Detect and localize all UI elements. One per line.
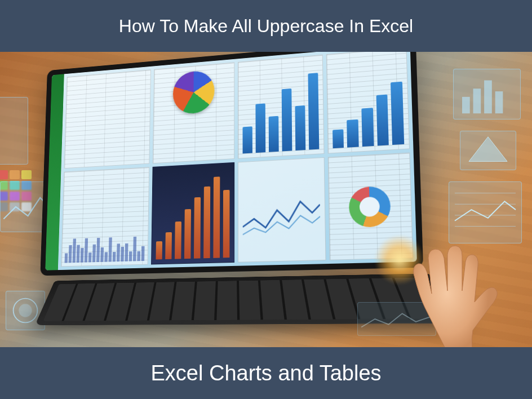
column-chart-pane	[326, 52, 410, 154]
donut-chart-icon	[348, 185, 391, 228]
spreadsheet-pane	[64, 69, 151, 169]
svg-rect-5	[495, 91, 503, 113]
hologram-panel	[357, 302, 436, 336]
svg-marker-6	[469, 137, 507, 162]
footer-title: Excel Charts and Tables	[150, 361, 381, 385]
laptop-screen	[45, 52, 417, 271]
bar-chart-pane	[238, 55, 325, 159]
light-glow	[374, 234, 425, 285]
hologram-panel	[453, 69, 521, 119]
sparkline-pane	[61, 167, 149, 267]
sparkline-icon	[65, 228, 145, 263]
hero-illustration	[0, 52, 532, 347]
hologram-panel	[449, 181, 522, 243]
svg-rect-2	[462, 97, 470, 113]
laptop-screen-frame	[40, 52, 423, 276]
page-title: How To Make All Uppercase In Excel	[119, 16, 413, 37]
line-chart-pane	[238, 157, 326, 263]
hologram-panel	[460, 131, 516, 170]
pie-chart-pane	[152, 62, 234, 163]
svg-point-1	[19, 304, 32, 317]
svg-rect-4	[484, 81, 492, 114]
line-chart-icon	[242, 162, 321, 257]
dark-bar-chart-pane	[151, 162, 234, 265]
dashboard-panes	[58, 52, 417, 270]
pie-chart-icon	[172, 70, 214, 115]
hologram-panel	[0, 97, 28, 165]
bottom-banner: Excel Charts and Tables	[0, 347, 532, 399]
svg-rect-3	[473, 88, 481, 113]
top-banner: How To Make All Uppercase In Excel	[0, 0, 532, 52]
